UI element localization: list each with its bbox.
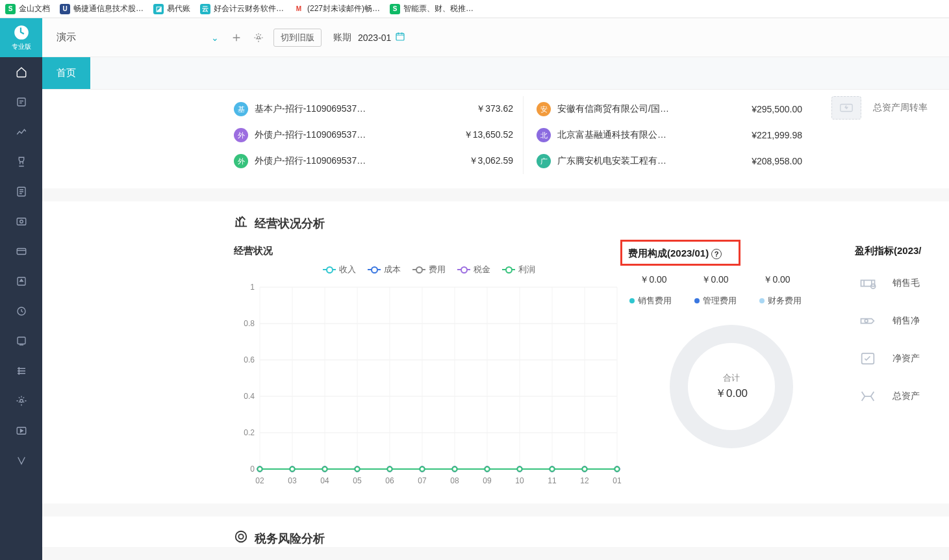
- sidebar-item-6[interactable]: [0, 236, 42, 266]
- sidebar-logo[interactable]: 专业版: [0, 18, 42, 57]
- sidebar-item-2[interactable]: [0, 117, 42, 147]
- svg-text:09: 09: [483, 476, 492, 485]
- donut-center-label: 合计: [715, 372, 748, 384]
- sidebar-item-10[interactable]: [0, 356, 42, 386]
- list-item[interactable]: 外外债户-招行-1109069537…￥13,650.52: [234, 122, 513, 148]
- bookmark-item[interactable]: 云好会计云财务软件…: [200, 3, 284, 14]
- profit-icon: [855, 272, 881, 295]
- switch-old-button[interactable]: 切到旧版: [273, 29, 322, 47]
- cost-legend-label: 管理费用: [703, 296, 737, 305]
- sidebar-item-4[interactable]: [0, 177, 42, 207]
- legend-marker-icon: [412, 266, 425, 273]
- calendar-icon[interactable]: [395, 31, 405, 44]
- profit-label: 净资产: [892, 353, 920, 364]
- donut-center-value: ￥0.00: [715, 386, 748, 401]
- tab-home[interactable]: 首页: [42, 57, 90, 89]
- period-label: 账期: [333, 32, 351, 44]
- item-icon: 北: [537, 128, 551, 142]
- sidebar-item-8[interactable]: [0, 296, 42, 326]
- svg-rect-11: [396, 33, 404, 40]
- cost-composition-box: 费用构成(2023/01) ? ￥0.00 ￥0.00 ￥0.00 销售费用管理…: [624, 245, 839, 490]
- legend-marker-icon: [368, 266, 381, 273]
- chart-title: 经营状况: [234, 245, 624, 257]
- list-item[interactable]: 北北京富基融通科技有限公…¥221,999.98: [537, 122, 802, 148]
- bookmark-label: (227封未读邮件)畅…: [307, 3, 380, 14]
- profit-item: 销售净: [855, 309, 949, 333]
- company-select-value: 演示: [57, 31, 76, 44]
- sidebar-item-video[interactable]: [0, 416, 42, 446]
- dot-icon: [629, 298, 635, 303]
- cost-value-0: ￥0.00: [624, 274, 683, 286]
- list-item[interactable]: 外外债户-招行-1109069537…￥3,062.59: [234, 148, 513, 174]
- svg-point-108: [615, 467, 620, 472]
- svg-text:10: 10: [515, 476, 524, 485]
- highlight-box: [620, 240, 740, 266]
- svg-point-105: [518, 467, 522, 472]
- legend-item[interactable]: 收入: [323, 264, 356, 275]
- item-name: 外债户-招行-1109069537…: [255, 155, 469, 167]
- sidebar-item-v[interactable]: [0, 446, 42, 476]
- item-name: 基本户-招行-1109069537…: [255, 103, 476, 115]
- bookmark-label: 畅捷通信息技术股…: [73, 3, 144, 14]
- item-icon: 外: [234, 128, 248, 142]
- bookmark-label: 易代账: [167, 3, 190, 14]
- legend-item[interactable]: 成本: [368, 264, 401, 275]
- svg-text:08: 08: [450, 476, 459, 485]
- list-item[interactable]: 基基本户-招行-1109069537…￥373.62: [234, 96, 513, 122]
- legend-label: 收入: [339, 264, 356, 275]
- profit-indicator-box: 盈利指标(2023/ 销售毛销售净净资产总资产: [839, 245, 949, 490]
- svg-point-10: [257, 36, 260, 39]
- bookmark-item[interactable]: M(227封未读邮件)畅…: [294, 3, 380, 14]
- svg-text:12: 12: [580, 476, 589, 485]
- add-icon[interactable]: [225, 27, 247, 49]
- analysis-title: 经营状况分析: [255, 216, 325, 231]
- line-chart: 00.20.40.60.81020304050607080910111201: [234, 281, 624, 489]
- cost-legend-item[interactable]: 管理费用: [694, 295, 737, 307]
- svg-text:0.6: 0.6: [244, 355, 255, 364]
- legend-item[interactable]: 税金: [457, 264, 490, 275]
- tabs: 首页: [42, 57, 949, 90]
- bookmark-icon: S: [5, 4, 16, 14]
- sidebar-item-5[interactable]: [0, 207, 42, 236]
- legend-item[interactable]: 利润: [502, 264, 535, 275]
- svg-point-98: [290, 467, 295, 472]
- svg-text:07: 07: [418, 476, 427, 485]
- sidebar-item-7[interactable]: [0, 266, 42, 296]
- svg-text:0.8: 0.8: [244, 319, 255, 328]
- settings-icon[interactable]: [247, 27, 270, 49]
- item-value: ¥295,500.00: [752, 104, 802, 114]
- company-select[interactable]: 演示 ⌄: [50, 27, 225, 49]
- sidebar-item-9[interactable]: [0, 326, 42, 356]
- sidebar-item-settings[interactable]: [0, 386, 42, 416]
- bookmark-item[interactable]: S金山文档: [5, 3, 50, 14]
- bookmark-label: 好会计云财务软件…: [214, 3, 284, 14]
- legend-label: 费用: [429, 264, 446, 275]
- cost-legend: 销售费用管理费用财务费用: [624, 295, 806, 307]
- kpi-card: 总资产周转率: [809, 96, 949, 174]
- profit-title: 盈利指标(2023/: [855, 245, 949, 257]
- cost-legend-item[interactable]: 财务费用: [759, 295, 802, 307]
- bookmark-icon: 云: [200, 4, 210, 14]
- bookmark-item[interactable]: U畅捷通信息技术股…: [60, 3, 144, 14]
- cost-legend-label: 销售费用: [638, 296, 672, 305]
- sidebar-item-home[interactable]: [0, 57, 42, 87]
- sidebar-brand-text: 专业版: [12, 42, 31, 51]
- topbar: 演示 ⌄ 切到旧版 账期 2023-01: [42, 18, 949, 57]
- legend-item[interactable]: 费用: [412, 264, 446, 275]
- sidebar-item-3[interactable]: [0, 147, 42, 177]
- business-analysis-section: 经营状况分析 经营状况 收入成本费用税金利润 00.20.40.60.81020…: [42, 201, 949, 503]
- bookmark-icon: M: [294, 4, 304, 14]
- bookmark-item[interactable]: S智能票、财、税推…: [390, 3, 474, 14]
- list-item[interactable]: 安安徽有信商贸有限公司/国…¥295,500.00: [537, 96, 802, 122]
- svg-point-8: [19, 400, 23, 403]
- list-item[interactable]: 广广东腾安机电安装工程有…¥208,958.00: [537, 148, 802, 174]
- svg-point-107: [583, 467, 587, 472]
- money-icon: [831, 96, 861, 120]
- svg-text:0: 0: [250, 465, 255, 474]
- kpi-label: 总资产周转率: [873, 102, 928, 114]
- sidebar-item-1[interactable]: [0, 87, 42, 117]
- cost-legend-item[interactable]: 销售费用: [629, 295, 672, 307]
- legend-label: 成本: [384, 264, 401, 275]
- bookmark-item[interactable]: ◪易代账: [153, 3, 190, 14]
- legend-marker-icon: [502, 266, 515, 273]
